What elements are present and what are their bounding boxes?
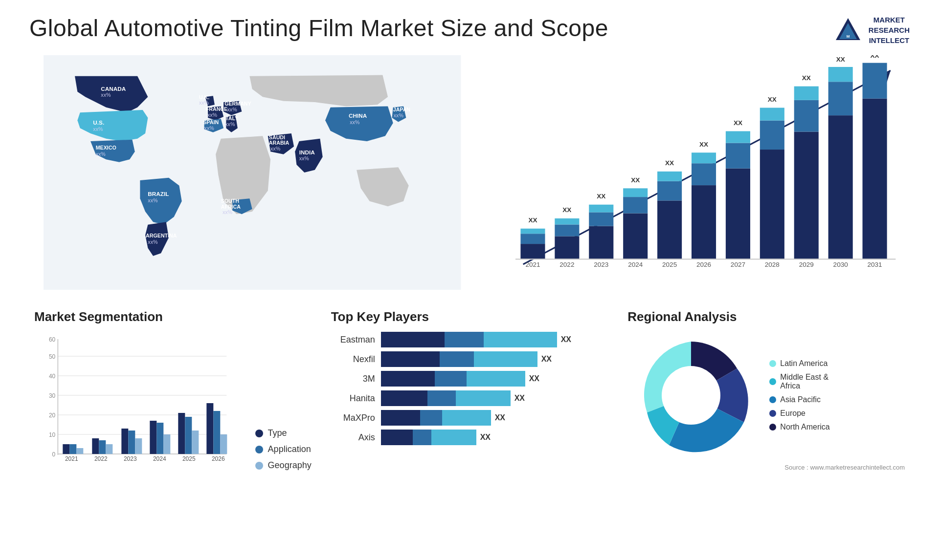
bar-seg3-hanita xyxy=(456,390,511,406)
france-value: xx% xyxy=(207,112,218,118)
y-label-10: 10 xyxy=(49,431,56,438)
bar-seg2-nexfil xyxy=(440,351,474,367)
japan-value: xx% xyxy=(394,112,404,118)
seg-year-2025: 2025 xyxy=(182,455,196,462)
seg-year-2022: 2022 xyxy=(94,455,108,462)
player-value-3m: XX xyxy=(529,374,539,383)
bar-2029-seg1 xyxy=(794,132,819,259)
bar-2027-seg1 xyxy=(726,169,750,259)
italy-label: ITALY xyxy=(224,115,238,121)
map-container: CANADA xx% U.S. xx% MEXICO xx% BRAZIL xx… xyxy=(29,55,475,290)
bar-seg2-eastman xyxy=(445,332,484,347)
mexico-value: xx% xyxy=(96,151,106,157)
legend-application: Application xyxy=(255,444,312,454)
mexico-label: MEXICO xyxy=(96,145,116,151)
player-bar-3m-inner xyxy=(381,371,525,387)
bar-value-2024: XX xyxy=(631,176,640,184)
players-table: Eastman XX Nexfil xyxy=(331,332,608,445)
legend-geography: Geography xyxy=(255,460,312,471)
seg-chart-area: 0 10 20 30 40 50 60 xyxy=(34,332,238,471)
player-bar-nexfil: XX xyxy=(381,351,608,367)
player-bar-nexfil-inner xyxy=(381,351,537,367)
legend-europe: Europe xyxy=(769,409,829,418)
bar-2030-seg2 xyxy=(828,82,853,115)
bar-chart-area: XX 2021 XX 2022 XX 2023 xyxy=(494,55,910,290)
seg-year-2023: 2023 xyxy=(124,455,137,462)
bar-year-2025: 2025 xyxy=(662,261,677,268)
player-row-hanita: Hanita XX xyxy=(331,390,608,406)
bar-2031-seg1 xyxy=(863,99,887,259)
bar-value-2029: XX xyxy=(802,74,811,82)
bar-2022-seg2 xyxy=(555,224,580,236)
player-name-hanita: Hanita xyxy=(331,393,375,404)
player-name-axis: Axis xyxy=(331,432,375,443)
bar-2027-seg3 xyxy=(726,131,750,143)
donut-chart-svg xyxy=(627,332,755,459)
player-value-axis: XX xyxy=(480,433,491,442)
logo-text: MARKET RESEARCH INTELLECT xyxy=(869,15,910,45)
seg-2021-type xyxy=(63,444,69,454)
bar-year-2023: 2023 xyxy=(594,261,609,268)
segmentation-area: Market Segmentation 0 10 20 30 40 50 60 xyxy=(29,304,316,476)
bar-2030-seg3 xyxy=(828,67,853,82)
seg-2025-app xyxy=(185,417,192,454)
seg-2026-app xyxy=(213,411,220,454)
seg-2021-geo xyxy=(76,448,83,454)
seg-2024-type xyxy=(150,421,156,454)
legend-mea-color xyxy=(769,378,776,385)
bar-seg2-axis xyxy=(413,430,431,445)
y-label-20: 20 xyxy=(49,412,56,419)
bar-2029-seg2 xyxy=(794,100,819,132)
bar-2026-seg2 xyxy=(692,163,716,185)
saudi-value: xx% xyxy=(270,146,281,151)
bar-seg3-eastman xyxy=(484,332,557,347)
world-map: CANADA xx% U.S. xx% MEXICO xx% BRAZIL xx… xyxy=(29,55,475,290)
bar-2023-seg1 xyxy=(589,226,614,259)
bottom-section: Market Segmentation 0 10 20 30 40 50 60 xyxy=(29,304,910,476)
bar-value-2027: XX xyxy=(734,119,742,127)
player-value-eastman: XX xyxy=(561,335,571,344)
donut-hole xyxy=(662,366,720,425)
usa-label: U.S. xyxy=(93,119,104,126)
south-africa-label2: AFRICA xyxy=(221,204,241,210)
legend-type: Type xyxy=(255,428,312,438)
legend-app-label: Application xyxy=(268,444,311,454)
player-bar-axis: XX xyxy=(381,430,608,445)
seg-2022-geo xyxy=(106,444,112,454)
france-label: FRANCE xyxy=(206,106,227,112)
uk-value: xx% xyxy=(199,100,209,106)
player-bar-eastman-inner xyxy=(381,332,557,347)
player-row-nexfil: Nexfil XX xyxy=(331,351,608,367)
player-row-eastman: Eastman XX xyxy=(331,332,608,347)
bar-2023-seg3 xyxy=(589,205,614,213)
bar-2021-seg3 xyxy=(521,229,545,234)
south-africa-label: SOUTH xyxy=(221,198,239,204)
bar-seg2-hanita xyxy=(427,390,456,406)
bar-year-2021: 2021 xyxy=(526,261,540,268)
bar-year-2024: 2024 xyxy=(628,261,644,268)
italy-value: xx% xyxy=(225,121,235,127)
bar-value-2026: XX xyxy=(699,141,708,148)
donut-container: Latin America Middle East &Africa Asia P… xyxy=(627,332,905,459)
bar-value-2031: XX xyxy=(871,55,879,59)
legend-na-label: North America xyxy=(780,423,829,431)
player-value-maxpro: XX xyxy=(495,413,505,422)
legend-asia-pacific: Asia Pacific xyxy=(769,395,829,404)
bar-value-2022: XX xyxy=(563,206,572,214)
donut-legend: Latin America Middle East &Africa Asia P… xyxy=(769,359,829,431)
player-name-maxpro: MaXPro xyxy=(331,413,375,423)
player-name-nexfil: Nexfil xyxy=(331,354,375,365)
y-label-60: 60 xyxy=(49,336,56,343)
argentina-label: ARGENTINA xyxy=(146,233,177,238)
bar-value-2028: XX xyxy=(768,96,777,103)
legend-latin-america-label: Latin America xyxy=(780,359,827,368)
bar-value-2025: XX xyxy=(665,159,674,167)
bar-year-2029: 2029 xyxy=(799,261,814,268)
bar-2026-seg1 xyxy=(692,185,716,259)
bar-2022-seg3 xyxy=(555,218,580,225)
seg-2023-app xyxy=(128,431,135,454)
bar-year-2031: 2031 xyxy=(868,261,882,268)
bar-value-2023: XX xyxy=(597,193,606,200)
legend-geo-dot xyxy=(255,462,263,470)
y-label-50: 50 xyxy=(49,353,56,360)
